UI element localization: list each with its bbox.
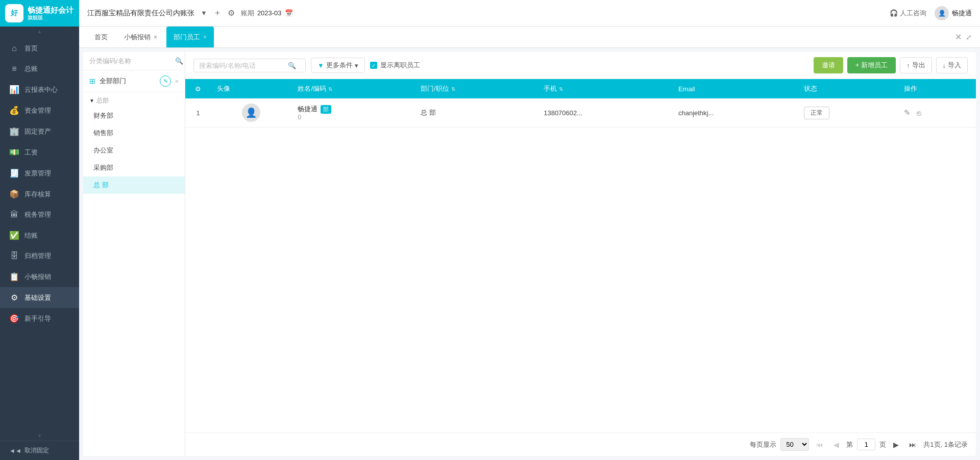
inventory-icon: 📦 — [9, 189, 19, 199]
tab-employees-close[interactable]: × — [203, 34, 207, 41]
person-silhouette-icon: 👤 — [246, 107, 257, 118]
check-mark-icon: ✓ — [372, 63, 376, 68]
collapse-tree-icon[interactable]: « — [175, 78, 179, 85]
invite-button[interactable]: 邀请 — [814, 57, 843, 73]
sidebar-item-archive[interactable]: 🗄 归档管理 — [0, 246, 79, 266]
employee-search-icon[interactable]: 🔍 — [288, 62, 296, 69]
company-dropdown-icon[interactable]: ▼ — [201, 9, 207, 17]
filter-button[interactable]: ▼ 更多条件 ▾ — [311, 58, 365, 73]
tab-expense-close[interactable]: × — [154, 34, 157, 41]
page-total: 共1页, 1条记录 — [923, 440, 968, 449]
employee-code: 0 — [298, 114, 408, 121]
dept-item-finance[interactable]: 财务部 — [83, 107, 185, 124]
tab-expense[interactable]: 小畅报销 × — [117, 27, 164, 47]
sidebar-item-closing[interactable]: ✅ 结账 — [0, 225, 79, 246]
prev-page-button[interactable]: ◀ — [830, 440, 842, 450]
dept-search-input[interactable] — [89, 57, 175, 65]
col-phone[interactable]: 手机 ⇅ — [537, 79, 672, 98]
export-button[interactable]: ↑ 导出 — [900, 57, 932, 73]
triangle-down-icon: ▼ — [89, 98, 94, 104]
import-icon: ↓ — [943, 62, 946, 69]
next-page-button[interactable]: ▶ — [890, 440, 902, 450]
avatar: 👤 — [935, 6, 949, 20]
user-info[interactable]: 👤 畅捷通 — [935, 6, 972, 20]
company-settings-icon[interactable]: ⚙ — [228, 8, 235, 18]
add-employee-button[interactable]: + 新增员工 — [847, 57, 896, 73]
add-company-icon[interactable]: ＋ — [213, 8, 222, 18]
sidebar-item-guide[interactable]: 🎯 新手引导 — [0, 308, 79, 329]
sidebar-item-tax[interactable]: 🏛 税务管理 — [0, 205, 79, 225]
dept-item-office[interactable]: 办公室 — [83, 142, 185, 159]
sidebar-item-assets[interactable]: 🏢 固定资产 — [0, 121, 79, 142]
sidebar-item-expense[interactable]: 📋 小畅报销 — [0, 266, 79, 287]
assets-icon: 🏢 — [9, 126, 19, 136]
sidebar-item-ledger[interactable]: ≡ 总账 — [0, 59, 79, 79]
table-settings-icon[interactable]: ⚙ — [195, 85, 201, 93]
main-content: 江西服宝精品有限责任公司内账张 ▼ ＋ ⚙ 账期 2023-03 📅 🎧 人工咨… — [79, 0, 980, 460]
row-avatar: 👤 — [211, 98, 291, 127]
col-name[interactable]: 姓名/编码 ⇅ — [291, 79, 414, 98]
pagination: 每页显示 50 100 200 ⏮ ◀ 第 页 ▶ ⏭ 共1页, 1条记录 — [185, 432, 976, 456]
support-button[interactable]: 🎧 人工咨询 — [890, 9, 926, 18]
show-resigned-checkbox[interactable]: ✓ 显示离职员工 — [370, 61, 420, 70]
page-label: 页 — [879, 440, 886, 449]
expense-icon: 📋 — [9, 272, 19, 282]
col-email: Email — [672, 79, 798, 98]
first-page-button[interactable]: ⏮ — [813, 440, 826, 450]
scroll-up[interactable]: ▲ — [0, 27, 79, 36]
calendar-icon[interactable]: 📅 — [285, 9, 293, 17]
col-dept[interactable]: 部门/职位 ⇅ — [414, 79, 537, 98]
sidebar-item-payroll[interactable]: 💵 工资 — [0, 142, 79, 163]
department-tree: 🔍 ⊞ 全部部门 ✎ « ▼ 总部 财务部 销售部 — [83, 52, 185, 456]
grid-icon: ⊞ — [89, 77, 95, 85]
page-label-pre: 第 — [846, 440, 853, 449]
scroll-down[interactable]: ▼ — [0, 431, 79, 441]
last-page-button[interactable]: ⏭ — [906, 440, 919, 450]
dept-item-sales[interactable]: 销售部 — [83, 124, 185, 142]
invoice-icon: 🧾 — [9, 168, 19, 178]
sidebar-item-funds[interactable]: 💰 资金管理 — [0, 100, 79, 121]
sidebar-item-invoice[interactable]: 🧾 发票管理 — [0, 163, 79, 184]
guide-icon: 🎯 — [9, 314, 19, 323]
company-name: 江西服宝精品有限责任公司内账张 — [87, 9, 194, 18]
dept-search-icon[interactable]: 🔍 — [175, 57, 183, 65]
employee-toolbar: 🔍 ▼ 更多条件 ▾ ✓ 显示离职员工 邀请 + 新增员工 — [185, 52, 976, 79]
sidebar-item-inventory[interactable]: 📦 库存核算 — [0, 184, 79, 205]
name-cell: 畅捷通 部 — [298, 105, 408, 114]
tab-home-label: 首页 — [94, 33, 108, 42]
unpin-button[interactable]: ◄◄ 取消固定 — [0, 441, 79, 460]
col-avatar: 头像 — [211, 79, 291, 98]
action-buttons: ✎ ⎋ — [904, 108, 970, 117]
expand-panel-icon[interactable]: ⤢ — [966, 33, 972, 41]
page-size-select[interactable]: 50 100 200 — [780, 438, 809, 451]
payroll-icon: 💵 — [9, 147, 19, 157]
dept-item-general[interactable]: 总 部 — [83, 176, 185, 194]
edit-employee-icon[interactable]: ✎ — [904, 108, 911, 117]
sidebar-item-reports[interactable]: 📊 云报表中心 — [0, 79, 79, 100]
sort-phone-icon: ⇅ — [559, 86, 563, 92]
avatar-cell: 👤 — [217, 104, 285, 122]
employee-search-input[interactable] — [199, 62, 285, 69]
page-size-label: 每页显示 — [750, 440, 776, 449]
tab-bar: 首页 小畅报销 × 部门员工 × ✕ ⤢ — [79, 27, 980, 48]
header-right: 🎧 人工咨询 👤 畅捷通 — [890, 6, 972, 20]
logout-employee-icon[interactable]: ⎋ — [917, 109, 921, 117]
tab-employees[interactable]: 部门员工 × — [166, 27, 214, 47]
import-button[interactable]: ↓ 导入 — [936, 57, 968, 73]
pin-icon: ◄◄ — [9, 447, 21, 454]
sidebar-item-settings[interactable]: ⚙ 基础设置 — [0, 287, 79, 308]
page-number-input[interactable] — [857, 439, 875, 450]
sidebar-item-home[interactable]: ⌂ 首页 — [0, 38, 79, 59]
logo-text: 畅捷通好会计 旗舰版 — [28, 6, 74, 21]
headset-icon: 🎧 — [890, 9, 898, 17]
ledger-icon: ≡ — [9, 64, 19, 73]
close-panel-icon[interactable]: ✕ — [955, 32, 962, 42]
top-header: 江西服宝精品有限责任公司内账张 ▼ ＋ ⚙ 账期 2023-03 📅 🎧 人工咨… — [79, 0, 980, 27]
export-icon: ↑ — [906, 62, 910, 69]
tab-home[interactable]: 首页 — [87, 27, 115, 47]
dept-item-purchase[interactable]: 采购部 — [83, 159, 185, 176]
dept-edit-button[interactable]: ✎ — [160, 75, 171, 87]
home-icon: ⌂ — [9, 44, 19, 53]
resigned-checkbox[interactable]: ✓ — [370, 62, 377, 69]
user-name: 畅捷通 — [952, 9, 972, 18]
